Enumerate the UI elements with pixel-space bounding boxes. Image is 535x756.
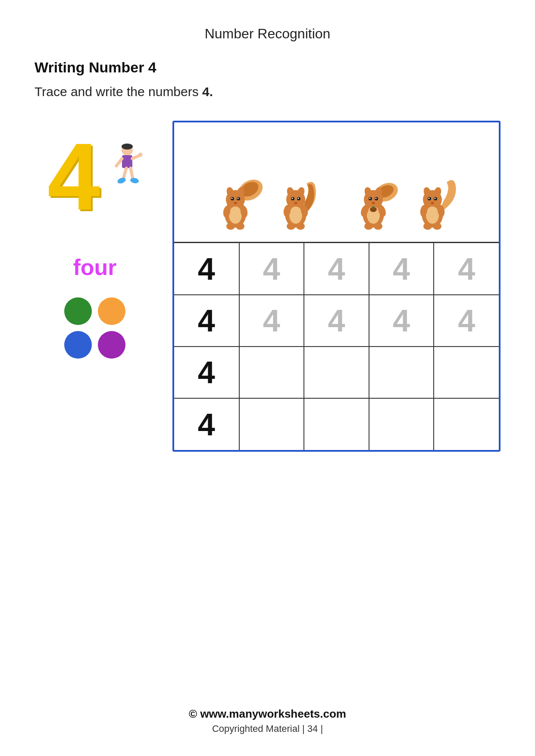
character-illustration: [103, 142, 142, 194]
writing-grid: 4 4 4 4 4 4 4 4 4 4: [174, 243, 499, 450]
right-panel: 4 4 4 4 4 4 4 4 4 4: [172, 121, 501, 452]
grid-cell-empty: [239, 398, 304, 450]
trace-four: 4: [328, 252, 345, 286]
svg-point-25: [236, 223, 244, 230]
svg-point-24: [226, 223, 235, 230]
trace-four: 4: [263, 252, 280, 286]
squirrel-area: [174, 122, 499, 243]
grid-cell: 4: [174, 398, 239, 450]
svg-point-71: [433, 223, 441, 230]
svg-rect-55: [372, 206, 375, 209]
svg-point-39: [296, 223, 305, 230]
grid-cell: 4: [174, 243, 239, 295]
left-panel: 4: [34, 121, 155, 359]
dot-purple: [98, 331, 125, 359]
svg-point-70: [423, 223, 432, 230]
svg-point-47: [369, 198, 370, 199]
page: Number Recognition Writing Number 4 Trac…: [0, 0, 535, 756]
trace-four: 4: [393, 252, 410, 286]
svg-line-3: [116, 159, 122, 166]
grid-row-1: 4 4 4 4 4: [174, 243, 499, 295]
grid-cell-empty: [434, 398, 499, 450]
grid-row-4: 4: [174, 398, 499, 450]
svg-point-50: [372, 202, 375, 204]
instruction: Trace and write the numbers 4.: [34, 84, 501, 99]
instruction-bold: 4.: [202, 84, 213, 99]
grid-cell: 4: [369, 295, 434, 347]
dot-green: [64, 297, 92, 325]
svg-point-63: [428, 198, 429, 199]
grid-cell-empty: [434, 347, 499, 398]
grid-cell: 4: [239, 295, 304, 347]
solid-four: 4: [198, 252, 215, 286]
grid-row-2: 4 4 4 4 4: [174, 295, 499, 347]
instruction-text: Trace and write the numbers: [34, 84, 202, 99]
svg-point-67: [426, 206, 439, 224]
trace-four: 4: [393, 303, 410, 338]
footer-copyright: Copyrighted Material | 34 |: [0, 723, 535, 734]
svg-point-31: [291, 198, 293, 199]
squirrel-4: [410, 177, 462, 233]
solid-four: 4: [198, 303, 215, 338]
trace-four: 4: [458, 303, 475, 338]
page-title: Number Recognition: [34, 26, 501, 42]
grid-cell-empty: [304, 398, 369, 450]
svg-point-66: [431, 202, 434, 204]
grid-cell: 4: [239, 243, 304, 295]
solid-four: 4: [198, 407, 215, 442]
svg-point-56: [364, 223, 373, 230]
svg-point-17: [231, 198, 232, 199]
trace-four: 4: [263, 303, 280, 338]
dots-grid: [64, 297, 125, 359]
svg-point-20: [234, 202, 237, 204]
svg-point-34: [294, 202, 297, 204]
svg-point-65: [434, 198, 435, 199]
squirrel-2: [272, 177, 324, 233]
grid-cell-empty: [239, 347, 304, 398]
grid-cell: 4: [434, 295, 499, 347]
svg-point-21: [229, 206, 242, 224]
grid-cell-empty: [369, 347, 434, 398]
squirrel-3: [350, 177, 401, 233]
grid-row-3: 4: [174, 347, 499, 398]
svg-point-57: [374, 223, 382, 230]
svg-point-38: [287, 223, 295, 230]
svg-line-4: [123, 168, 126, 179]
grid-cell-empty: [304, 347, 369, 398]
content-area: 4: [34, 121, 501, 452]
dot-orange: [98, 297, 125, 325]
grid-cell: 4: [304, 295, 369, 347]
section-title: Writing Number 4: [34, 59, 501, 76]
trace-four: 4: [458, 252, 475, 286]
svg-point-19: [237, 198, 238, 199]
word-four: four: [73, 254, 116, 280]
trace-four: 4: [328, 303, 345, 338]
grid-cell: 4: [304, 243, 369, 295]
grid-cell-empty: [369, 398, 434, 450]
grid-cell: 4: [174, 347, 239, 398]
svg-point-49: [375, 198, 376, 199]
squirrel-1: [212, 177, 263, 233]
footer-website: © www.manyworksheets.com: [0, 707, 535, 721]
number-character: 4: [43, 129, 147, 241]
big-four: 4: [47, 129, 100, 224]
grid-cell: 4: [369, 243, 434, 295]
solid-four: 4: [198, 355, 215, 390]
svg-point-33: [297, 198, 299, 199]
svg-line-5: [131, 168, 133, 179]
svg-point-9: [122, 144, 133, 150]
grid-cell: 4: [434, 243, 499, 295]
dot-blue: [64, 331, 92, 359]
grid-cell: 4: [174, 295, 239, 347]
footer: © www.manyworksheets.com Copyrighted Mat…: [0, 707, 535, 734]
svg-point-35: [289, 206, 302, 224]
svg-rect-1: [122, 155, 132, 168]
